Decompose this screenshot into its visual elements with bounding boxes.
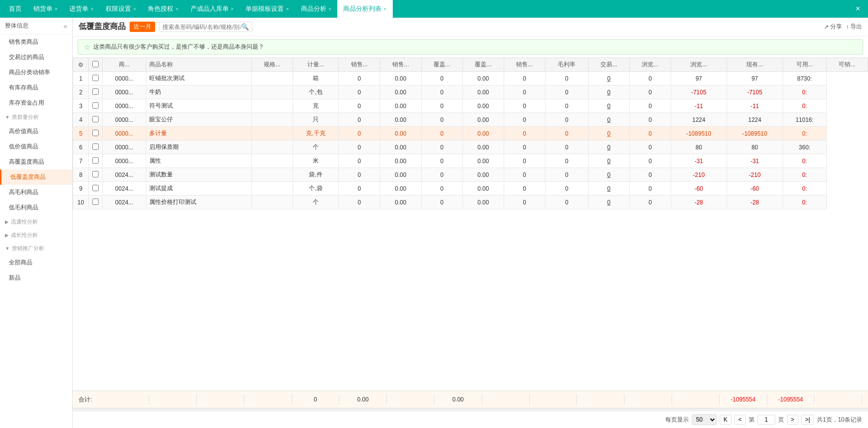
row-checkbox[interactable]	[89, 113, 103, 127]
close-sales-tab[interactable]: ×	[54, 6, 57, 12]
table-container[interactable]: ⚙ 商... 商品名称 规格... 计量... 销售... 销售... 覆盖..…	[73, 57, 868, 391]
row-cov2: 0.00	[462, 86, 504, 99]
row-unit: 克	[293, 99, 339, 113]
row-sales3: 0	[504, 113, 545, 127]
row-checkbox[interactable]	[89, 182, 103, 196]
row-sales3: 0	[504, 168, 545, 182]
nav-purchase[interactable]: 进货单 ×	[63, 0, 99, 18]
sidebar-item-high-profit[interactable]: 高毛利商品	[0, 185, 72, 200]
row-trade[interactable]: 0	[588, 113, 629, 127]
row-trade[interactable]: 0	[588, 168, 629, 182]
row-checkbox[interactable]	[89, 168, 103, 182]
export-button[interactable]: ↑ 导出	[846, 23, 862, 31]
sidebar-item-low-profit[interactable]: 低毛利商品	[0, 200, 72, 215]
col-settings[interactable]: ⚙	[73, 58, 89, 72]
sidebar-item-low-value[interactable]: 低价值商品	[0, 139, 72, 154]
row-checkbox[interactable]	[89, 99, 103, 113]
sidebar-item-high-value[interactable]: 高价值商品	[0, 124, 72, 139]
close-analysis-tab[interactable]: ×	[328, 6, 331, 12]
row-spec	[251, 72, 293, 86]
row-code: 0000...	[103, 113, 146, 127]
sidebar-item-capital[interactable]: 库存资金占用	[0, 95, 72, 111]
close-templates-tab[interactable]: ×	[286, 6, 289, 12]
main-layout: 整体信息 « 销售类商品 交易过的商品 商品分类动销率 有库存商品 库存资金占用…	[0, 18, 868, 428]
sidebar-item-category-rate[interactable]: 商品分类动销率	[0, 65, 72, 80]
nav-sales[interactable]: 销货单 ×	[27, 0, 63, 18]
row-trade[interactable]: 0	[588, 182, 629, 196]
prev-page-button[interactable]: <	[734, 415, 746, 425]
row-trade[interactable]: 0	[588, 141, 629, 154]
page-number-input[interactable]	[758, 415, 775, 425]
row-trade[interactable]: 0	[588, 154, 629, 168]
row-trade[interactable]: 0	[588, 72, 629, 86]
next-page-button[interactable]: >	[787, 415, 798, 425]
row-trade[interactable]: 0	[588, 86, 629, 99]
nav-permissions[interactable]: 权限设置 ×	[100, 0, 142, 18]
row-trade[interactable]: 0	[588, 99, 629, 113]
nav-products[interactable]: 产成品入库单 ×	[185, 0, 240, 18]
sidebar-item-all-goods[interactable]: 全部商品	[0, 255, 72, 270]
sidebar-item-in-stock[interactable]: 有库存商品	[0, 80, 72, 95]
row-margin: 0	[545, 141, 588, 154]
row-name: 测试提成	[146, 182, 251, 196]
row-code: 0000...	[103, 86, 146, 99]
row-browse1: 0	[629, 154, 671, 168]
close-products-tab[interactable]: ×	[231, 6, 234, 12]
close-permissions-tab[interactable]: ×	[133, 6, 136, 12]
row-margin: 0	[545, 99, 588, 113]
row-checkbox[interactable]	[89, 196, 103, 209]
sidebar-section-cluster[interactable]: ▼ 类群量分析	[0, 111, 72, 124]
sidebar-item-sales-goods[interactable]: 销售类商品	[0, 34, 72, 50]
row-unit: 克,千克	[293, 127, 339, 141]
nav-home[interactable]: 首页	[3, 0, 27, 18]
row-sell: 0:	[783, 196, 826, 209]
sidebar-section-flow[interactable]: ▶ 流通性分析	[0, 215, 72, 228]
row-checkbox[interactable]	[89, 72, 103, 86]
share-button[interactable]: ↗ 分享	[824, 23, 842, 31]
row-cov2: 0.00	[462, 196, 504, 209]
per-page-select[interactable]: 50 100 200	[692, 414, 717, 425]
time-filter-button[interactable]: 近一月	[130, 22, 155, 32]
search-input[interactable]	[163, 24, 241, 30]
sidebar-item-high-coverage[interactable]: 高覆盖度商品	[0, 154, 72, 170]
row-stock: -7105	[671, 86, 727, 99]
row-cov1: 0	[421, 99, 462, 113]
row-spec	[251, 99, 293, 113]
sidebar-section-growth[interactable]: ▶ 成长性分析	[0, 228, 72, 242]
close-all-button[interactable]: ×	[851, 4, 865, 13]
row-checkbox[interactable]	[89, 127, 103, 141]
row-checkbox[interactable]	[89, 141, 103, 154]
sidebar-section-marketing[interactable]: ▼ 营销推广分析	[0, 242, 72, 255]
row-code: 0000...	[103, 127, 146, 141]
row-stock: 80	[671, 141, 727, 154]
nav-analysis[interactable]: 商品分析 ×	[295, 0, 337, 18]
close-roles-tab[interactable]: ×	[175, 6, 178, 12]
nav-analysis-list[interactable]: 商品分析列表 ×	[337, 0, 392, 18]
row-name: 测试数量	[146, 168, 251, 182]
select-all-checkbox[interactable]	[92, 61, 99, 67]
row-trade[interactable]: 0	[588, 127, 629, 141]
row-unit: 袋,件	[293, 168, 339, 182]
close-purchase-tab[interactable]: ×	[90, 6, 93, 12]
close-analysis-list-tab[interactable]: ×	[383, 6, 386, 12]
nav-templates[interactable]: 单据模板设置 ×	[240, 0, 295, 18]
col-cov2-header: 覆盖...	[462, 58, 504, 72]
per-page-label: 每页显示	[665, 416, 689, 424]
col-checkbox[interactable]	[89, 58, 103, 72]
row-cov1: 0	[421, 168, 462, 182]
sidebar-item-new-goods[interactable]: 新品	[0, 270, 72, 285]
total-col-sales1: 0	[292, 394, 340, 405]
last-page-button[interactable]: >|	[801, 415, 814, 425]
sidebar-item-traded-goods[interactable]: 交易过的商品	[0, 50, 72, 65]
row-spec	[251, 154, 293, 168]
row-trade[interactable]: 0	[588, 196, 629, 209]
row-checkbox[interactable]	[89, 86, 103, 99]
row-cov2: 0.00	[462, 99, 504, 113]
sidebar-item-low-coverage[interactable]: 低覆盖度商品	[0, 170, 72, 185]
search-icon[interactable]: 🔍	[241, 23, 249, 30]
first-page-button[interactable]: K	[720, 415, 732, 425]
sidebar-collapse-button[interactable]: «	[63, 22, 67, 30]
row-checkbox[interactable]	[89, 154, 103, 168]
nav-roles[interactable]: 角色授权 ×	[142, 0, 184, 18]
row-name: 眼宝公仔	[146, 113, 251, 127]
